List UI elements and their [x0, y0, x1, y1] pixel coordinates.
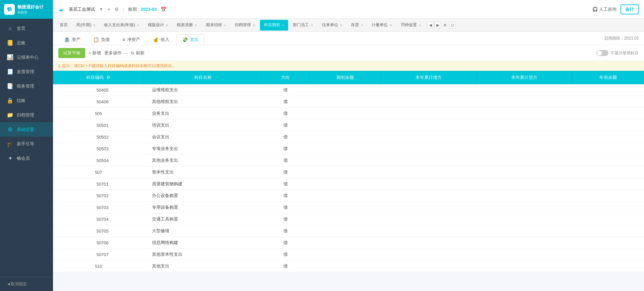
project-name[interactable]: 基层工会测试: [69, 6, 95, 12]
sidebar-item-reports[interactable]: 📊云报表中心: [0, 50, 53, 64]
cell-bnljd: [477, 237, 572, 249]
toggle-label: 不显示禁用科目: [610, 50, 639, 56]
table-container[interactable]: 科目编码 ⚙科目名称方向期初余额本年累计借方本年累计贷方年初余额 50405 运…: [53, 71, 644, 291]
cell-direction: 借: [262, 260, 309, 272]
cell-bnljf: [381, 260, 476, 272]
subtab-负债[interactable]: 📋负债: [88, 34, 115, 45]
table-row[interactable]: 50502 会议支出 借: [53, 131, 644, 143]
ledger-label: 总账: [17, 40, 25, 46]
table-row[interactable]: 50406 其他维权支出 借: [53, 96, 644, 108]
tab-----[interactable]: 部门员工×: [289, 20, 317, 31]
more-btn[interactable]: 更多操作 ⋯: [104, 50, 127, 56]
cell-code: 505: [53, 108, 144, 119]
table-row[interactable]: 507 资本性支出 借: [53, 166, 644, 178]
tab-----[interactable]: 币种设置×: [397, 20, 425, 31]
table-row[interactable]: 510 其他支出 借: [53, 260, 644, 272]
sidebar-item-close[interactable]: 🔒结账: [0, 93, 53, 108]
tab-----[interactable]: 计量单位×: [368, 20, 396, 31]
table-row[interactable]: 50704 交通工具购置 借: [53, 213, 644, 225]
tab-close[interactable]: ×: [137, 23, 139, 27]
tab-close[interactable]: ×: [166, 23, 168, 27]
table-row[interactable]: 505 业务支出 借: [53, 108, 644, 119]
tab----------[interactable]: 收入支出表(年报)×: [100, 20, 143, 31]
tab-close-all[interactable]: ✕: [442, 22, 448, 29]
sidebar-item-settings[interactable]: ⚙基础设置: [0, 122, 53, 137]
sidebar-item-ledger[interactable]: 📒总账: [0, 36, 53, 50]
archive-icon: 📁: [7, 112, 13, 118]
tab-close[interactable]: ×: [282, 23, 284, 27]
table-row[interactable]: 50706 信息网络购建 借: [53, 237, 644, 249]
calendar-icon[interactable]: 📅: [161, 7, 166, 12]
sidebar-item-member[interactable]: ✦畅会员: [0, 151, 53, 165]
table-row[interactable]: 50703 专用设备购置 借: [53, 202, 644, 213]
tab-close[interactable]: ×: [340, 23, 342, 27]
tab-close[interactable]: ×: [93, 23, 95, 27]
cell-bnljd: [477, 190, 572, 202]
period-value[interactable]: 2023-03: [141, 7, 157, 12]
tab------[interactable]: 民(中期)×: [72, 20, 99, 31]
tab-close[interactable]: ×: [195, 23, 197, 27]
close-icon: 🔒: [7, 97, 13, 104]
col-header-6: 年初余额: [572, 71, 644, 84]
column-settings-icon[interactable]: ⚙: [106, 75, 111, 80]
cell-name: 专项业务支出: [144, 143, 262, 155]
table-row[interactable]: 50405 运维维权支出 借: [53, 84, 644, 96]
tab-close[interactable]: ×: [311, 23, 313, 27]
table-row[interactable]: 50707 其他资本性支出 借: [53, 249, 644, 260]
sidebar-collapse-btn[interactable]: ◄取消固定: [0, 277, 53, 291]
tab-----[interactable]: 归档管理×: [231, 20, 259, 31]
subtab-资产[interactable]: 🏦资产: [58, 34, 86, 45]
tab-scroll-left[interactable]: ◀: [427, 22, 434, 29]
invoice-label: 发票管理: [17, 69, 34, 75]
subtab-支出[interactable]: 💸支出: [176, 34, 204, 45]
dropdown-icon[interactable]: ▼: [99, 7, 103, 12]
tab-close[interactable]: ×: [253, 23, 255, 27]
table-row[interactable]: 50701 房屋建筑物购建 借: [53, 178, 644, 190]
sidebar-item-home[interactable]: ⌂首页: [0, 21, 53, 36]
settings-icon[interactable]: ⚙: [114, 6, 119, 12]
tab-----[interactable]: 往来单位×: [318, 20, 346, 31]
table-row[interactable]: 50501 培训支出 借: [53, 119, 644, 131]
refresh-btn[interactable]: ↻ 刷新: [131, 50, 145, 56]
cell-ncye: [572, 155, 644, 166]
tab---[interactable]: 存货×: [347, 20, 367, 31]
toggle-switch[interactable]: [596, 50, 608, 56]
sidebar-item-archive[interactable]: 📁归档管理: [0, 108, 53, 122]
tab-close[interactable]: ×: [390, 23, 392, 27]
tab-label: 归档管理: [235, 22, 251, 28]
cell-bnljd: [477, 108, 572, 119]
logo-icon: 畅: [4, 4, 15, 15]
cell-bnljd: [477, 84, 572, 96]
cell-qcye: [309, 143, 381, 155]
add-tab-btn[interactable]: +: [107, 6, 110, 12]
tab-close[interactable]: ×: [361, 23, 363, 27]
service-btn[interactable]: 🎧 人工咨询: [592, 6, 616, 12]
table-row[interactable]: 50503 专项业务支出 借: [53, 143, 644, 155]
subtab-收入[interactable]: 💰收入: [147, 34, 175, 45]
tab---[interactable]: 首页: [56, 20, 72, 31]
cell-direction: 借: [262, 225, 309, 237]
sidebar-item-guide[interactable]: 🎓新手引导: [0, 137, 53, 151]
cell-ncye: [572, 202, 644, 213]
sidebar-item-invoice[interactable]: 🧾发票管理: [0, 64, 53, 79]
account-btn[interactable]: 会计: [621, 4, 639, 14]
reports-label: 云报表中心: [17, 54, 39, 60]
table-row[interactable]: 50705 大型修缮 借: [53, 225, 644, 237]
refresh-icon: ↻: [131, 51, 135, 56]
tab-expand[interactable]: ⊡: [449, 22, 456, 29]
tab-----[interactable]: 期末结转×: [202, 20, 230, 31]
tab-----[interactable]: 科目期初×: [260, 20, 288, 31]
tab-----[interactable]: 模版设计×: [144, 20, 172, 31]
cell-qcye: [309, 84, 381, 96]
table-row[interactable]: 50504 其他业务支出 借: [53, 155, 644, 166]
table-row[interactable]: 50702 办公设备购置 借: [53, 190, 644, 202]
sidebar-item-tax[interactable]: 📑税务管理: [0, 79, 53, 93]
tab-----[interactable]: 税表清册×: [173, 20, 201, 31]
add-btn[interactable]: + 新增: [89, 50, 101, 56]
tab-close[interactable]: ×: [419, 23, 421, 27]
cell-bnljd: [477, 213, 572, 225]
balance-btn[interactable]: 试算平衡: [58, 48, 85, 58]
tab-scroll-right[interactable]: ▶: [434, 22, 441, 29]
tab-close[interactable]: ×: [224, 23, 226, 27]
subtab-净资产[interactable]: ≡净资产: [117, 34, 146, 45]
